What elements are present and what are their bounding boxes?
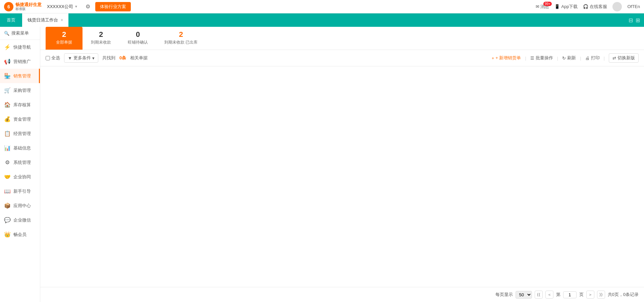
maximize-icon[interactable]: ⊞: [636, 17, 640, 23]
tab-home[interactable]: 首页: [0, 13, 22, 27]
company-selector[interactable]: XXXXXX公司 ▼: [44, 4, 80, 10]
sidebar-item-purchase[interactable]: 🛒 采购管理: [0, 83, 40, 98]
sidebar-item-basic-info[interactable]: 📊 基础信息: [0, 141, 40, 155]
sidebar-item-app-center[interactable]: 📦 应用中心: [0, 198, 40, 213]
filter-button[interactable]: ▼ 更多条件 ▾: [64, 53, 98, 63]
refresh-button[interactable]: ↻ 刷新: [562, 55, 576, 61]
summary-tab-shipped-count: 2: [179, 30, 183, 39]
summary-tab-shipped[interactable]: 2 到期未收款 已出库: [156, 27, 206, 50]
last-page-button[interactable]: ⟩⟩: [597, 291, 605, 299]
inventory-icon: 🏠: [4, 102, 11, 108]
sales-icon: 🏪: [4, 73, 11, 79]
summary-tab-overdue-label: 到期未收款: [91, 40, 111, 45]
prev-page-button[interactable]: ＜: [545, 291, 553, 299]
sidebar-item-label-system: 系统管理: [13, 160, 31, 166]
batch-op-button[interactable]: ☰ 批量操作: [530, 55, 553, 61]
settings-button[interactable]: ⚙: [83, 2, 93, 11]
sidebar-item-label-finance: 资金管理: [13, 116, 31, 122]
operations-icon: 📋: [4, 130, 11, 137]
message-icon: ✉: [536, 4, 539, 9]
new-sale-label: + 新增销货单: [495, 55, 521, 61]
sidebar-item-wechat[interactable]: 💬 企业微信: [0, 213, 40, 227]
sidebar-item-operations[interactable]: 📋 经营管理: [0, 126, 40, 141]
sidebar-item-sales[interactable]: 🏪 销售管理: [0, 69, 40, 83]
member-icon: 👑: [4, 231, 11, 238]
user-name[interactable]: OfTEn: [627, 4, 640, 9]
user-name-text: OfTEn: [627, 4, 640, 9]
message-button[interactable]: ✉ 消息 99+: [536, 4, 549, 10]
online-service-label: 在线客服: [590, 4, 607, 10]
sidebar-item-label-wechat: 企业微信: [13, 217, 31, 223]
filter-label: 更多条件: [73, 55, 91, 61]
first-page-button[interactable]: ⟨⟨: [535, 291, 543, 299]
found-suffix: 相关单据: [130, 55, 148, 61]
new-sale-button[interactable]: + + 新增销货单: [492, 55, 521, 61]
app-center-icon: 📦: [4, 202, 11, 209]
select-all-checkbox[interactable]: 全选: [46, 55, 60, 61]
next-page-button[interactable]: ＞: [586, 291, 594, 299]
switch-version-button[interactable]: ⇄ 切换新版: [609, 53, 639, 63]
select-all-input[interactable]: [46, 56, 50, 60]
separator-1: |: [525, 56, 526, 61]
found-count: 0条: [119, 55, 126, 61]
page-size-select[interactable]: 50: [516, 291, 532, 299]
separator-2: |: [557, 56, 558, 61]
page-input[interactable]: [563, 291, 577, 298]
sidebar-item-label-member: 畅会员: [13, 232, 26, 238]
app-download-label: App下载: [561, 4, 578, 10]
summary-tab-all-count: 2: [62, 30, 66, 39]
guide-icon: 📖: [4, 188, 11, 194]
quick-nav-icon: ⚡: [4, 44, 11, 50]
sidebar-search-label: 搜索菜单: [11, 30, 29, 36]
service-icon: 🎧: [583, 4, 588, 9]
minimize-icon[interactable]: ⊟: [629, 17, 633, 23]
toolbar-right: + + 新增销货单 | ☰ 批量操作 | ↻ 刷新 | 🖨 打印 |: [492, 53, 639, 63]
sidebar-item-label-basic-info: 基础信息: [13, 145, 31, 151]
sidebar-item-marketing[interactable]: 📢 营销推广: [0, 54, 40, 69]
batch-op-icon: ☰: [530, 56, 534, 61]
sidebar-item-enterprise[interactable]: 🤝 企业协同: [0, 170, 40, 184]
app-download-button[interactable]: 📱 App下载: [554, 4, 578, 10]
wechat-icon: 💬: [4, 217, 11, 223]
trial-button[interactable]: 体验行业方案: [95, 2, 131, 11]
select-all-label: 全选: [51, 55, 60, 61]
content-area: 2 全部单据 2 到期未收款 0 旺铺待确认 2 到期未收款 已出库 全选: [40, 27, 644, 302]
online-service-button[interactable]: 🎧 在线客服: [583, 4, 607, 10]
filter-icon: ▼: [68, 56, 72, 61]
logo-area: 6 畅捷通好生意 标准版: [4, 2, 42, 11]
print-button[interactable]: 🖨 打印: [585, 55, 600, 61]
main-layout: 🔍 搜索菜单 ⚡ 快捷导航 📢 营销推广 🏪 销售管理 🛒 采购管理 🏠 库存核…: [0, 27, 644, 302]
header-left: 6 畅捷通好生意 标准版 XXXXXX公司 ▼ ⚙ 体验行业方案: [4, 2, 131, 11]
summary-tab-overdue-count: 2: [99, 30, 103, 39]
sidebar-search[interactable]: 🔍 搜索菜单: [0, 27, 40, 40]
sidebar-item-system[interactable]: ⚙ 系统管理: [0, 155, 40, 170]
switch-version-label: 切换新版: [618, 55, 635, 61]
sidebar-item-guide[interactable]: 📖 新手引导: [0, 184, 40, 198]
print-icon: 🖨: [585, 56, 590, 61]
sidebar-item-quick-nav[interactable]: ⚡ 快捷导航: [0, 40, 40, 54]
chevron-down-icon: ▼: [74, 5, 78, 8]
summary-tab-all-label: 全部单据: [56, 40, 72, 45]
sidebar-item-label-purchase: 采购管理: [13, 87, 31, 94]
purchase-icon: 🛒: [4, 87, 11, 94]
finance-icon: 💰: [4, 116, 11, 122]
basic-info-icon: 📊: [4, 145, 11, 151]
page-size-label: 每页显示: [495, 292, 513, 298]
enterprise-icon: 🤝: [4, 174, 11, 180]
sidebar-item-inventory[interactable]: 🏠 库存核算: [0, 98, 40, 112]
found-prefix: 共找到: [102, 55, 115, 61]
tab-current[interactable]: 钱货日清工作台 ×: [22, 13, 68, 27]
summary-tabs: 2 全部单据 2 到期未收款 0 旺铺待确认 2 到期未收款 已出库: [40, 27, 644, 50]
refresh-icon: ↻: [562, 56, 566, 61]
page-label: 第: [556, 292, 560, 298]
download-icon: 📱: [554, 4, 560, 9]
sidebar-item-member[interactable]: 👑 畅会员: [0, 227, 40, 242]
sidebar-item-finance[interactable]: 💰 资金管理: [0, 112, 40, 126]
avatar[interactable]: [612, 2, 622, 11]
tab-close-icon[interactable]: ×: [61, 18, 63, 22]
summary-tab-all[interactable]: 2 全部单据: [46, 27, 83, 50]
tab-current-label: 钱货日清工作台: [28, 17, 58, 23]
summary-tab-overdue[interactable]: 2 到期未收款: [83, 27, 119, 50]
summary-tab-wangpu[interactable]: 0 旺铺待确认: [119, 27, 156, 50]
summary-tab-wangpu-label: 旺铺待确认: [128, 40, 148, 45]
